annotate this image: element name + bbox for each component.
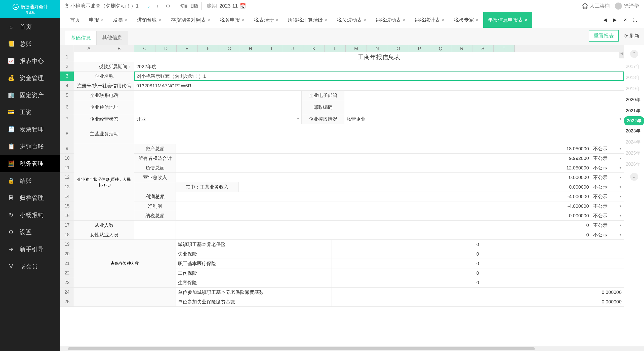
tab-10[interactable]: 纳税统计表✕ — [410, 12, 449, 28]
fin-label[interactable]: 资产总额 — [134, 144, 176, 153]
close-icon[interactable]: ✕ — [242, 18, 245, 22]
row-header[interactable]: 2 — [60, 62, 74, 71]
fin-pub-select[interactable]: 不公示 — [591, 173, 624, 182]
email-value[interactable] — [344, 91, 624, 100]
spreadsheet[interactable]: ABCDEFGHIJKLMNOPQRST 1 工商年报信息表 2 税款所属期间：… — [60, 45, 624, 346]
emp-pub-select[interactable]: 不公示 — [591, 221, 624, 230]
close-icon[interactable]: ✕ — [208, 18, 211, 22]
tab-prev-icon[interactable]: ◀ — [601, 16, 609, 24]
col-header-Q[interactable]: Q — [430, 45, 451, 52]
col-header-R[interactable]: R — [451, 45, 472, 52]
tab-5[interactable]: 税务申报✕ — [215, 12, 249, 28]
sidebar-item-11[interactable]: ↻小畅报销 — [0, 206, 60, 224]
report-title[interactable]: 工商年报信息表 — [134, 52, 624, 62]
col-header-M[interactable]: M — [346, 45, 367, 52]
period-value[interactable]: 2023-11 — [219, 3, 238, 9]
col-header-J[interactable]: J — [282, 45, 303, 52]
mainbiz-value[interactable] — [134, 124, 624, 144]
fin-value[interactable]: 0.000000 — [176, 211, 591, 220]
year-2018年[interactable]: 2018年 — [624, 72, 644, 83]
year-2022年[interactable]: 2022年 — [624, 116, 644, 125]
ins-value[interactable]: 0 — [332, 268, 624, 278]
asset-group-label[interactable]: 企业资产状况信息(币种：人民币万元) — [74, 144, 134, 221]
female-value[interactable]: 0 — [176, 230, 591, 239]
year-2020年[interactable]: 2020年 — [624, 94, 644, 105]
row-header[interactable]: 10 — [60, 154, 74, 163]
sidebar-item-1[interactable]: 📒总账 — [0, 35, 60, 52]
status-label[interactable]: 企业经营状态 — [74, 114, 134, 124]
year-2025年[interactable]: 2025年 — [624, 148, 644, 159]
row-header[interactable]: 22 — [60, 268, 74, 278]
ins-label[interactable]: 生育保险 — [176, 278, 332, 287]
holding-select[interactable]: 私营企业 — [344, 114, 624, 124]
ins-value[interactable]: 0 — [332, 249, 624, 259]
fin-value[interactable]: 12.050000 — [176, 163, 591, 172]
sidebar-item-14[interactable]: V畅会员 — [0, 258, 60, 275]
row-header[interactable]: 16 — [60, 211, 74, 221]
year-2024年[interactable]: 2024年 — [624, 136, 644, 148]
company-label[interactable]: 企业名称 — [74, 72, 134, 81]
sidebar-item-7[interactable]: 📋进销台账 — [0, 138, 60, 155]
emp-value[interactable]: 0 — [176, 221, 591, 230]
sidebar-item-4[interactable]: 🏢固定资产 — [0, 87, 60, 104]
year-2023年[interactable]: 2023年 — [624, 125, 644, 136]
regno-label[interactable]: 注册号/统一社会信用代码 — [74, 81, 134, 90]
fin-label[interactable]: 利润总额 — [134, 192, 176, 201]
ins-label[interactable]: 城镇职工基本养老保险 — [176, 240, 332, 249]
sidebar-item-3[interactable]: 💰资金管理 — [0, 69, 60, 87]
col-header-H[interactable]: H — [240, 45, 261, 52]
fin-value[interactable]: 9.992000 — [176, 154, 591, 163]
fin-label[interactable] — [134, 182, 176, 192]
close-icon[interactable]: ✕ — [325, 18, 328, 22]
sidebar-item-8[interactable]: 🧮税务管理 — [0, 155, 60, 172]
scroll-down-icon[interactable]: ⌄ — [630, 173, 638, 181]
col-header-T[interactable]: T — [494, 45, 515, 52]
year-2021年[interactable]: 2021年 — [624, 105, 644, 116]
switch-old-button[interactable]: 切到旧版 — [177, 2, 202, 10]
mainbiz-label[interactable]: 主营业务活动 — [74, 124, 134, 144]
col-header-I[interactable]: I — [261, 45, 282, 52]
email-label[interactable]: 企业电子邮箱 — [302, 91, 344, 100]
fin-value[interactable]: -4.000000 — [176, 201, 591, 211]
fin-value[interactable]: 0.000000 — [239, 182, 591, 192]
close-icon[interactable]: ✕ — [158, 18, 162, 22]
ins-group-label[interactable]: 参保各险种人数 — [74, 240, 176, 288]
col-header-K[interactable]: K — [303, 45, 325, 52]
fin-value[interactable]: 18.050000 — [176, 144, 591, 153]
sidebar-item-13[interactable]: ➜新手引导 — [0, 241, 60, 258]
tab-4[interactable]: 存货别名对照表✕ — [166, 12, 215, 28]
gear-icon[interactable]: ⚙ — [164, 2, 172, 10]
calendar-icon[interactable]: 📅 — [240, 3, 246, 9]
fin-value[interactable]: -4.000000 — [176, 192, 591, 201]
subtab-0[interactable]: 基础信息 — [65, 31, 97, 45]
row-header[interactable]: 4 — [60, 81, 74, 90]
col-header-C[interactable]: C — [134, 45, 155, 52]
col-header-G[interactable]: G — [219, 45, 240, 52]
close-icon[interactable]: ✕ — [125, 18, 128, 22]
row-header[interactable]: 5 — [60, 91, 74, 100]
col-header-B[interactable]: B — [104, 45, 134, 52]
row-header[interactable]: 14 — [60, 192, 74, 201]
scroll-up-icon[interactable]: ⌃ — [630, 50, 638, 58]
user-menu[interactable]: 徐泽华 — [615, 3, 639, 10]
row-header[interactable]: 1 — [60, 52, 74, 62]
addr-label[interactable]: 企业通信地址 — [74, 100, 134, 114]
add-icon[interactable]: ＋ — [153, 2, 162, 10]
ins-value[interactable]: 0 — [332, 240, 624, 249]
horizontal-scrollbar[interactable] — [60, 346, 644, 351]
corner-cell[interactable] — [60, 45, 74, 52]
subtab-1[interactable]: 其他信息 — [97, 31, 128, 45]
emp-label[interactable]: 从业人数 — [74, 221, 134, 230]
row-header[interactable]: 11 — [60, 163, 74, 173]
tab-6[interactable]: 税表清册✕ — [249, 12, 283, 28]
period-field-label[interactable]: 税款所属期间： — [74, 62, 134, 71]
tab-3[interactable]: 进销台账✕ — [132, 12, 166, 28]
ins-label[interactable]: 工伤保险 — [176, 268, 332, 278]
scrollbar-thumb[interactable] — [68, 347, 535, 350]
ins-value[interactable]: 0 — [332, 259, 624, 268]
close-icon[interactable]: ✕ — [441, 18, 445, 22]
col-header-E[interactable]: E — [177, 45, 198, 52]
sidebar-item-2[interactable]: 📈报表中心 — [0, 52, 60, 69]
fin-pub-select[interactable]: 不公示 — [591, 211, 624, 220]
row-header[interactable]: 6 — [60, 100, 74, 114]
